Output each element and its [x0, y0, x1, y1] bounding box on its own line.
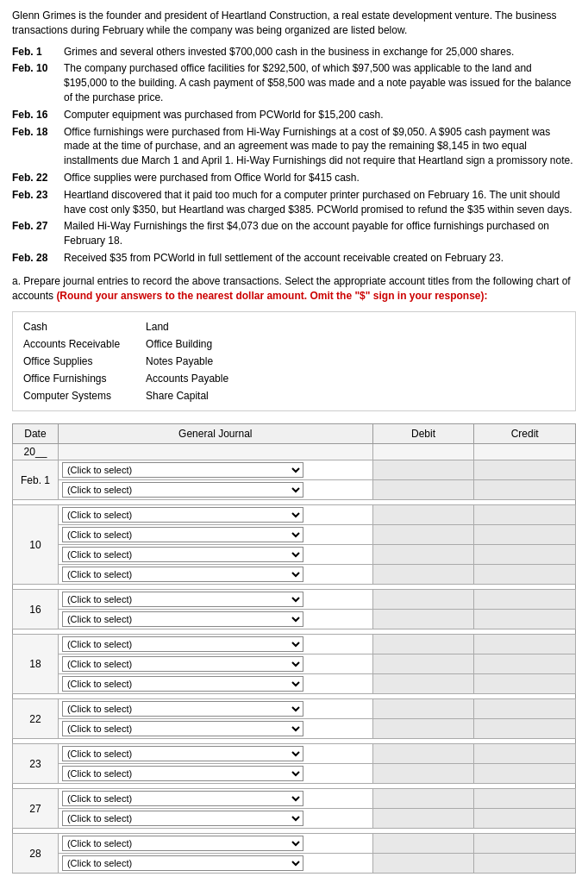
select-feb18-1[interactable]: (Click to select) CashAccounts Receivabl… [62, 636, 303, 652]
debit-feb1-2 [372, 480, 474, 500]
year-debit-cell [372, 444, 474, 460]
table-row: 16 (Click to select) CashAccounts Receiv… [13, 590, 576, 610]
journal-feb22-row1: (Click to select) CashAccounts Receivabl… [58, 699, 372, 719]
table-row: 27 (Click to select) CashAccounts Receiv… [13, 789, 576, 809]
credit-input-feb10-3[interactable] [478, 549, 555, 560]
select-feb10-4[interactable]: (Click to select) CashAccounts Receivabl… [62, 567, 303, 582]
credit-input-feb10-4[interactable] [478, 569, 555, 579]
trans-row-1: Feb. 1 Grimes and several others investe… [12, 45, 576, 59]
debit-feb10-1 [372, 505, 474, 525]
credit-input-feb27-2[interactable] [478, 813, 555, 824]
select-feb16-2[interactable]: (Click to select) CashAccounts Receivabl… [62, 611, 303, 627]
date-feb18: 18 [13, 635, 59, 694]
accounts-col-1: Cash Accounts Receivable Office Supplies… [23, 319, 120, 404]
journal-feb10-row3: (Click to select) CashAccounts Receivabl… [58, 545, 372, 565]
debit-feb16-1 [372, 590, 474, 610]
trans-date-1: Feb. 1 [12, 45, 64, 59]
year-cell: 20__ [13, 444, 59, 460]
select-feb1-1[interactable]: (Click to select) CashAccounts Receivabl… [62, 462, 303, 478]
select-feb10-1[interactable]: (Click to select) CashAccounts Receivabl… [62, 507, 303, 523]
credit-feb16-2 [474, 610, 576, 629]
journal-feb16-row2: (Click to select) CashAccounts Receivabl… [58, 610, 372, 629]
trans-row-23: Feb. 23 Heartland discovered that it pai… [12, 188, 576, 217]
credit-input-feb28-2[interactable] [478, 858, 555, 868]
debit-feb10-2 [372, 525, 474, 545]
date-feb22: 22 [13, 699, 59, 739]
select-feb18-3[interactable]: (Click to select) CashAccounts Receivabl… [62, 676, 303, 692]
credit-feb23-2 [474, 764, 576, 784]
select-feb28-2[interactable]: (Click to select) CashAccounts Receivabl… [62, 855, 303, 871]
journal-feb23-row2: (Click to select) CashAccounts Receivabl… [58, 764, 372, 784]
select-feb27-1[interactable]: (Click to select) CashAccounts Receivabl… [62, 791, 303, 806]
credit-feb18-2 [474, 654, 576, 674]
select-feb23-1[interactable]: (Click to select) CashAccounts Receivabl… [62, 746, 303, 761]
select-feb16-1[interactable]: (Click to select) CashAccounts Receivabl… [62, 592, 303, 607]
trans-date-18: Feb. 18 [12, 125, 64, 168]
debit-feb10-3 [372, 545, 474, 565]
select-feb10-2[interactable]: (Click to select) CashAccounts Receivabl… [62, 527, 303, 542]
table-row: 22 (Click to select) CashAccounts Receiv… [13, 699, 576, 719]
debit-feb27-2 [372, 809, 474, 829]
select-feb10-3[interactable]: (Click to select) CashAccounts Receivabl… [62, 547, 303, 562]
journal-feb10-row4: (Click to select) CashAccounts Receivabl… [58, 565, 372, 585]
debit-input-feb28-1[interactable] [377, 838, 454, 849]
debit-feb18-3 [372, 674, 474, 694]
select-feb23-2[interactable]: (Click to select) CashAccounts Receivabl… [62, 766, 303, 781]
trans-date-22: Feb. 22 [12, 171, 64, 185]
debit-input-feb18-1[interactable] [377, 639, 454, 649]
credit-input-feb18-3[interactable] [478, 679, 555, 689]
trans-body-16: Computer equipment was purchased from PC… [64, 108, 576, 122]
date-feb16: 16 [13, 590, 59, 629]
trans-row-18: Feb. 18 Office furnishings were purchase… [12, 125, 576, 168]
debit-input-feb1-1[interactable] [377, 465, 454, 475]
question-a: a. Prepare journal entries to record the… [12, 274, 576, 304]
select-feb1-2[interactable]: (Click to select) CashAccounts Receivabl… [62, 482, 303, 498]
debit-input-feb22-1[interactable] [377, 704, 454, 714]
date-feb1: Feb. 1 [13, 460, 59, 500]
header-date: Date [13, 424, 59, 444]
select-feb18-2[interactable]: (Click to select) CashAccounts Receivabl… [62, 656, 303, 672]
credit-feb28-1 [474, 834, 576, 854]
credit-input-feb16-2[interactable] [478, 614, 555, 624]
debit-input-feb23-1[interactable] [377, 748, 454, 759]
credit-feb1-1 [474, 460, 576, 480]
header-journal: General Journal [58, 424, 372, 444]
debit-feb18-1 [372, 635, 474, 654]
account-land: Land [146, 319, 228, 335]
table-row: (Click to select) CashAccounts Receivabl… [13, 565, 576, 585]
trans-date-16: Feb. 16 [12, 108, 64, 122]
journal-feb28-row1: (Click to select) CashAccounts Receivabl… [58, 834, 372, 854]
credit-feb18-3 [474, 674, 576, 694]
credit-input-feb18-2[interactable] [478, 659, 555, 669]
credit-feb27-1 [474, 789, 576, 809]
question-a-highlight: (Round your answers to the nearest dolla… [56, 290, 487, 302]
trans-date-27: Feb. 27 [12, 219, 64, 248]
credit-input-feb23-2[interactable] [478, 768, 555, 779]
journal-feb18-row1: (Click to select) CashAccounts Receivabl… [58, 635, 372, 654]
journal-feb16-row1: (Click to select) CashAccounts Receivabl… [58, 590, 372, 610]
debit-input-feb10-2[interactable] [377, 529, 454, 540]
debit-input-feb10-1[interactable] [377, 510, 454, 520]
table-row: (Click to select) CashAccounts Receivabl… [13, 674, 576, 694]
debit-feb27-1 [372, 789, 474, 809]
credit-feb10-2 [474, 525, 576, 545]
credit-input-feb1-2[interactable] [478, 485, 555, 495]
trans-body-1: Grimes and several others invested $700,… [64, 45, 576, 59]
journal-feb10-row1: (Click to select) CashAccounts Receivabl… [58, 505, 372, 525]
select-feb27-2[interactable]: (Click to select) CashAccounts Receivabl… [62, 811, 303, 826]
trans-row-28: Feb. 28 Received $35 from PCWorld in ful… [12, 251, 576, 266]
trans-body-22: Office supplies were purchased from Offi… [64, 171, 576, 185]
trans-row-16: Feb. 16 Computer equipment was purchased… [12, 108, 576, 122]
trans-row-22: Feb. 22 Office supplies were purchased f… [12, 171, 576, 185]
credit-input-feb22-2[interactable] [478, 723, 555, 734]
debit-input-feb16-1[interactable] [377, 594, 454, 604]
select-feb28-1[interactable]: (Click to select) CashAccounts Receivabl… [62, 836, 303, 851]
year-credit-cell [474, 444, 576, 460]
debit-input-feb27-1[interactable] [377, 793, 454, 804]
select-feb22-1[interactable]: (Click to select) CashAccounts Receivabl… [62, 701, 303, 717]
select-feb22-2[interactable]: (Click to select) CashAccounts Receivabl… [62, 721, 303, 736]
trans-row-10: Feb. 10 The company purchased office fac… [12, 61, 576, 104]
credit-feb10-3 [474, 545, 576, 565]
account-ap: Accounts Payable [146, 371, 228, 386]
credit-feb27-2 [474, 809, 576, 829]
